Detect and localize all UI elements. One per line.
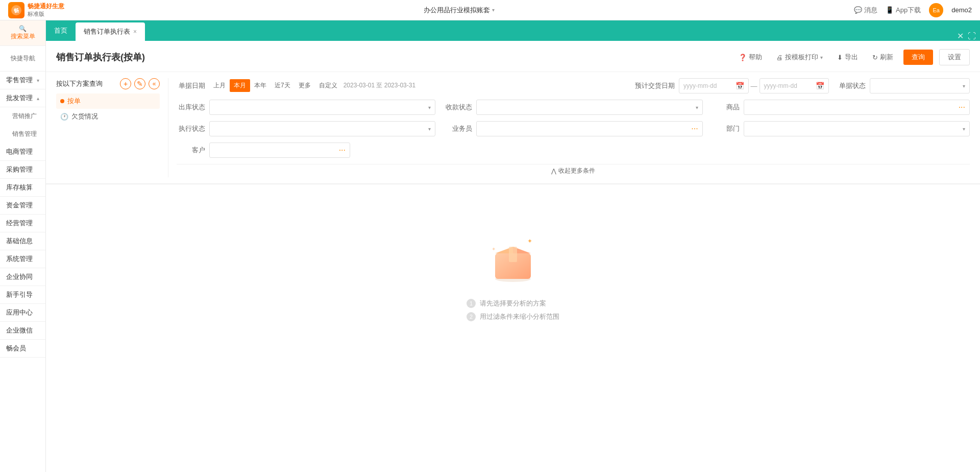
customer-more-icon[interactable]: ··· (339, 146, 346, 155)
filter-row-3: 执行状态 ▾ 业务员 ··· (177, 121, 970, 136)
tab-close-btn[interactable]: ✕ (957, 31, 964, 41)
sidebar-item-wechat[interactable]: 企业微信 (0, 322, 45, 340)
sidebar-search[interactable]: 🔍 搜索菜单 (0, 20, 45, 46)
sidebar-item-newuser[interactable]: 新手引导 (0, 286, 45, 304)
step-text-2: 用过滤条件来缩小分析范围 (480, 312, 559, 321)
payment-select[interactable]: ▾ (476, 100, 702, 115)
filter-group-expected-date: 预计交货日期 yyyy-mm-dd 📅 — yyyy-mm-dd 📅 (635, 78, 829, 93)
date-btn-more[interactable]: 更多 (295, 79, 315, 92)
filter-fields: 单据日期 上月 本月 本年 近7天 更多 自定义 2023-03-01 至 20… (168, 78, 970, 177)
empty-step-2: 2 用过滤条件来缩小分析范围 (467, 312, 559, 321)
sidebar-item-retail[interactable]: 零售管理 ▾ (0, 72, 45, 89)
filter-row-4: 客户 ··· (177, 143, 350, 158)
scheme-edit-btn[interactable]: ✎ (134, 78, 145, 89)
sidebar-item-system[interactable]: 系统管理 (0, 250, 45, 268)
tab-bar-actions: ✕ ⛶ (957, 31, 980, 41)
message-icon: 💬 (854, 6, 862, 14)
filter-group-sales: 业务员 ··· (444, 121, 702, 136)
filter-group-status: 单据状态 ▾ (837, 78, 970, 93)
goods-label: 商品 (711, 103, 740, 112)
tab-sales-order[interactable]: 销售订单执行表 × (76, 22, 145, 41)
sidebar-item-sales[interactable]: 销售管理 (6, 125, 45, 143)
logo-text: 畅捷通好生意 标准版 (28, 3, 64, 18)
industry-label: 办公用品行业模拟账套 (424, 6, 490, 15)
filter-group-dept: 部门 ▾ (711, 121, 970, 136)
scheme-nav-bidan[interactable]: 按单 (56, 93, 160, 109)
sales-select[interactable]: ··· (476, 121, 702, 136)
payment-label: 收款状态 (444, 103, 472, 112)
message-btn[interactable]: 💬 消息 (854, 6, 877, 15)
app-logo-icon: 畅 (8, 2, 24, 18)
dept-select[interactable]: ▾ (744, 121, 970, 136)
logo-area[interactable]: 畅 畅捷通好生意 标准版 (8, 2, 64, 18)
content-area: 首页 销售订单执行表 × ✕ ⛶ 销售订单执行表(按单) ❓ 帮助 (46, 20, 980, 472)
date-btn-7days[interactable]: 近7天 (271, 79, 295, 92)
goods-more-icon[interactable]: ··· (959, 103, 965, 112)
delivery-select[interactable]: ▾ (209, 100, 435, 115)
tab-maximize-btn[interactable]: ⛶ (968, 32, 976, 41)
chevron-down-icon: ▾ (37, 78, 39, 83)
filter-collapse-btn[interactable]: ⋀ 收起更多条件 (177, 164, 970, 177)
avatar[interactable]: Ea (929, 3, 943, 17)
scheme-add-btn[interactable]: + (120, 78, 131, 89)
sidebar-item-wholesale[interactable]: 批发管理 ▴ (0, 89, 45, 107)
tab-close-icon[interactable]: × (133, 28, 137, 35)
status-select[interactable]: ▾ (870, 78, 970, 93)
filter-row-1: 单据日期 上月 本月 本年 近7天 更多 自定义 2023-03-01 至 20… (177, 78, 970, 93)
sales-label: 业务员 (444, 124, 472, 133)
goods-select[interactable]: ··· (744, 100, 970, 115)
date-btn-custom[interactable]: 自定义 (315, 79, 341, 92)
customer-label: 客户 (177, 146, 205, 155)
sidebar-item-inventory[interactable]: 库存核算 (0, 179, 45, 197)
sidebar-item-member[interactable]: 畅会员 (0, 340, 45, 358)
sidebar-item-appstore[interactable]: 应用中心 (0, 304, 45, 322)
sales-more-icon[interactable]: ··· (691, 124, 698, 133)
sidebar-item-ecommerce[interactable]: 电商管理 (0, 143, 45, 161)
status-label: 单据状态 (837, 81, 866, 90)
query-btn[interactable]: 查询 (903, 50, 933, 65)
date-btn-lastmonth[interactable]: 上月 (209, 79, 230, 92)
expected-date-group: yyyy-mm-dd 📅 — yyyy-mm-dd 📅 (679, 78, 829, 93)
payment-dropdown-icon: ▾ (696, 105, 698, 110)
print-btn[interactable]: 🖨 按模板打印 ▾ (772, 51, 827, 64)
sidebar-item-operations[interactable]: 经营管理 (0, 215, 45, 232)
refresh-btn[interactable]: ↻ 刷新 (868, 51, 897, 64)
topbar-right: 💬 消息 📱 App下载 Ea demo2 (854, 3, 972, 17)
filter-section-title: 按以下方案查询 + ✎ « (56, 78, 160, 89)
sidebar-item-finance[interactable]: 资金管理 (0, 197, 45, 215)
sidebar-item-basic[interactable]: 基础信息 (0, 232, 45, 250)
status-dropdown-icon: ▾ (963, 83, 965, 89)
scheme-active-dot (60, 99, 64, 103)
app-download-btn[interactable]: 📱 App下载 (886, 6, 921, 15)
sidebar-item-quicknav[interactable]: 快捷导航 (0, 46, 45, 72)
scheme-nav-quehuo[interactable]: 🕐 欠货情况 (56, 109, 160, 124)
sidebar-item-marketing[interactable]: 营销推广 (6, 107, 45, 125)
date-btn-thismonth[interactable]: 本月 (230, 79, 250, 92)
scheme-collapse-btn[interactable]: « (149, 78, 160, 89)
username-label[interactable]: demo2 (951, 6, 972, 14)
exec-label: 执行状态 (177, 124, 205, 133)
sidebar-item-collaboration[interactable]: 企业协同 (0, 268, 45, 286)
date-quick-btns: 上月 本月 本年 近7天 更多 自定义 2023-03-01 至 2023-03… (209, 79, 627, 92)
step-num-1: 1 (467, 299, 476, 308)
exec-select[interactable]: ▾ (209, 121, 435, 136)
tab-home[interactable]: 首页 (46, 20, 76, 41)
help-btn[interactable]: ❓ 帮助 (734, 51, 766, 64)
expected-date-start[interactable]: yyyy-mm-dd 📅 (679, 78, 749, 93)
delivery-dropdown-icon: ▾ (428, 105, 431, 110)
export-btn[interactable]: ⬇ 导出 (833, 51, 862, 64)
sidebar: 🔍 搜索菜单 快捷导航 零售管理 ▾ 批发管理 ▴ 营销推广 销售管理 电商管理… (0, 20, 46, 472)
industry-dropdown-icon[interactable]: ▾ (492, 7, 495, 13)
svg-rect-7 (509, 247, 517, 262)
date-range-text: 2023-03-01 至 2023-03-31 (344, 81, 415, 90)
filter-row-2: 出库状态 ▾ 收款状态 ▾ (177, 100, 970, 115)
filter-group-delivery: 出库状态 ▾ (177, 100, 435, 115)
exec-dropdown-icon: ▾ (428, 126, 431, 132)
sidebar-item-purchase[interactable]: 采购管理 (0, 161, 45, 179)
dept-dropdown-icon: ▾ (963, 126, 965, 132)
date-btn-thisyear[interactable]: 本年 (250, 79, 271, 92)
settings-btn[interactable]: 设置 (939, 49, 970, 65)
customer-select[interactable]: ··· (209, 143, 350, 158)
expected-date-end[interactable]: yyyy-mm-dd 📅 (760, 78, 829, 93)
calendar-icon-start: 📅 (736, 82, 744, 90)
